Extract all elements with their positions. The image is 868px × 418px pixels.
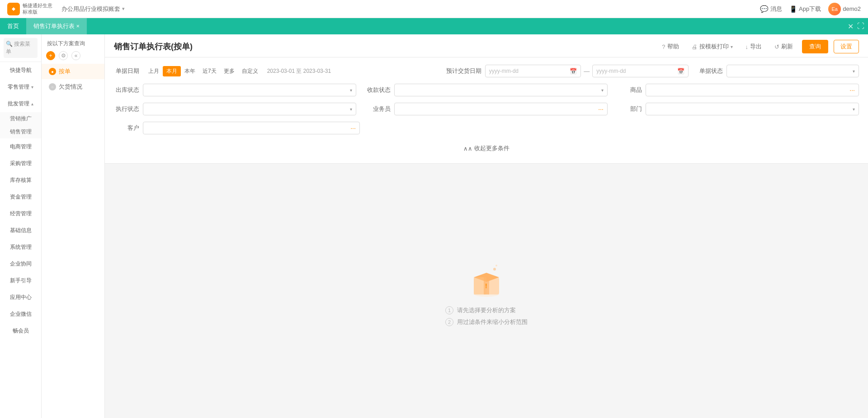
- message-label: 消息: [770, 5, 782, 13]
- user-menu-button[interactable]: Ea demo2: [828, 3, 861, 15]
- salesperson-select[interactable]: ···: [394, 103, 608, 115]
- sidebar-item-caigou[interactable]: 采购管理: [0, 155, 41, 172]
- product-label: 商品: [617, 86, 642, 94]
- sidebar: 🔍 搜索菜单 快捷导航 零售管理 ▾ 批发管理 ▴ 营销推广 销售管理 电商管理…: [0, 34, 42, 418]
- calendar-end-icon[interactable]: 📅: [677, 68, 684, 75]
- sidebar-item-kucun[interactable]: 库存核算: [0, 172, 41, 189]
- help-icon: ?: [662, 43, 665, 50]
- sidebar-item-xinshou[interactable]: 新手引导: [0, 272, 41, 289]
- date-range-text: 2023-03-01 至 2023-03-31: [267, 67, 331, 75]
- expected-date-start[interactable]: yyyy-mm-dd 📅: [485, 65, 581, 77]
- dept-select[interactable]: ▾: [646, 103, 859, 115]
- date-btn-7days[interactable]: 近7天: [199, 66, 220, 76]
- date-btn-benyue[interactable]: 本月: [163, 66, 181, 76]
- breadcrumb-arrow-icon: ▾: [122, 6, 125, 12]
- date-btn-shangyu[interactable]: 上月: [145, 66, 163, 76]
- exec-select[interactable]: ▾: [143, 103, 356, 115]
- filter-field-customer: 客户 ···: [114, 122, 360, 134]
- empty-illustration: !: [464, 256, 509, 301]
- sidebar-item-jingying[interactable]: 经营管理: [0, 205, 41, 222]
- tab-expand-icon[interactable]: ⛶: [857, 22, 864, 30]
- sidebar-subitem-xiaoshou[interactable]: 销售管理: [0, 125, 41, 138]
- settings-button[interactable]: 设置: [834, 40, 859, 53]
- filter-field-product: 商品 ···: [617, 84, 859, 96]
- filter-field-status: 单据状态: [698, 65, 859, 77]
- sidebar-item-pifa[interactable]: 批发管理 ▴: [0, 95, 41, 112]
- expected-date-end[interactable]: yyyy-mm-dd 📅: [592, 65, 689, 77]
- app-download-button[interactable]: 📱 App下载: [789, 5, 821, 13]
- tab-home[interactable]: 首页: [0, 18, 26, 34]
- left-panel-title: 按以下方案查询: [47, 40, 85, 48]
- sidebar-item-qiyeweixin[interactable]: 企业微信: [0, 306, 41, 323]
- product-ellipsis-icon[interactable]: ···: [849, 86, 855, 94]
- search-menu-button[interactable]: 🔍 搜索菜单: [4, 38, 38, 58]
- settings-icon: ⚙: [61, 52, 66, 59]
- svg-text:!: !: [485, 282, 487, 290]
- add-scheme-button[interactable]: +: [46, 51, 55, 60]
- scheme-inactive-icon: ○: [49, 83, 56, 90]
- filter-field-exec: 执行状态 ▾: [114, 103, 356, 115]
- right-content: 销售订单执行表(按单) ? 帮助 🖨 按模板打印 ▾ ↓: [105, 34, 868, 418]
- scheme-item-qianhuo[interactable]: ○ 欠货情况: [42, 79, 104, 95]
- sidebar-item-lingshou[interactable]: 零售管理 ▾: [0, 79, 41, 95]
- svg-point-6: [493, 268, 496, 271]
- collapse-filter-button[interactable]: ∧∧ 收起更多条件: [114, 141, 859, 156]
- tab-sales-order[interactable]: 销售订单执行表 ×: [26, 18, 87, 34]
- date-btn-custom[interactable]: 自定义: [238, 66, 262, 76]
- scheme-andan-label: 按单: [59, 67, 71, 76]
- sidebar-item-kuaijie[interactable]: 快捷导航: [0, 62, 41, 79]
- customer-ellipsis-icon[interactable]: ···: [350, 124, 356, 132]
- calendar-start-icon[interactable]: 📅: [570, 68, 577, 75]
- expected-date-label: 预计交货日期: [446, 67, 481, 75]
- query-button[interactable]: 查询: [802, 40, 828, 53]
- message-icon: 💬: [760, 5, 769, 13]
- hint-num-1: 1: [445, 306, 453, 314]
- scheme-item-andan[interactable]: ● 按单: [42, 64, 104, 79]
- hint-text-2: 用过滤条件来缩小分析范围: [457, 318, 528, 326]
- hint-num-2: 2: [445, 318, 453, 326]
- filter-row-4: 客户 ···: [114, 122, 859, 134]
- tab-close-all-icon[interactable]: ✕: [848, 22, 854, 31]
- status-select[interactable]: [726, 65, 859, 77]
- date-quick-btns: 上月 本月 本年 近7天 更多 自定义: [145, 66, 262, 76]
- delivery-chevron-icon: ▾: [350, 88, 352, 93]
- delivery-label: 出库状态: [114, 86, 139, 94]
- logo-area: 畅捷通好生意 标准版: [7, 3, 52, 15]
- print-button[interactable]: 🖨 按模板打印 ▾: [688, 41, 736, 52]
- sidebar-item-changhui[interactable]: 畅会员: [0, 323, 41, 339]
- salesperson-ellipsis-icon[interactable]: ···: [598, 105, 604, 113]
- dept-label: 部门: [617, 105, 642, 113]
- sidebar-item-dianshang[interactable]: 电商管理: [0, 138, 41, 155]
- data-area: ! 1 请先选择要分析的方案 2 用过滤条件来缩小分析范围: [105, 164, 868, 418]
- breadcrumb-text: 办公用品行业模拟账套: [61, 5, 120, 13]
- sidebar-item-qiye[interactable]: 企业协同: [0, 256, 41, 272]
- message-button[interactable]: 💬 消息: [760, 5, 782, 13]
- empty-hint-1: 1 请先选择要分析的方案: [445, 306, 528, 314]
- page-title: 销售订单执行表(按单): [114, 41, 193, 52]
- date-btn-more[interactable]: 更多: [220, 66, 238, 76]
- expected-date-range: yyyy-mm-dd 📅 — yyyy-mm-dd 📅: [485, 65, 689, 77]
- help-label: 帮助: [667, 43, 679, 51]
- payment-select[interactable]: ▾: [394, 84, 608, 96]
- filter-row-1: 单据日期 上月 本月 本年 近7天 更多 自定义 2023-03-01 至 20…: [114, 65, 859, 77]
- sidebar-subitem-yingxiao[interactable]: 营销推广: [0, 112, 41, 125]
- export-button[interactable]: ↓ 导出: [742, 41, 766, 52]
- product-select[interactable]: ···: [646, 84, 859, 96]
- app-logo-icon: [7, 3, 20, 15]
- help-button[interactable]: ? 帮助: [658, 41, 682, 52]
- scheme-active-icon: ●: [49, 68, 56, 75]
- scheme-qianhuo-label: 欠货情况: [59, 83, 82, 91]
- delivery-select[interactable]: ▾: [143, 84, 356, 96]
- settings-scheme-button[interactable]: ⚙: [59, 51, 68, 60]
- sidebar-item-yingyong[interactable]: 应用中心: [0, 289, 41, 306]
- breadcrumb[interactable]: 办公用品行业模拟账套 ▾: [61, 5, 125, 13]
- customer-select[interactable]: ···: [143, 122, 360, 134]
- sidebar-item-zijin[interactable]: 资金管理: [0, 189, 41, 205]
- top-header: 畅捷通好生意 标准版 办公用品行业模拟账套 ▾ 💬 消息 📱 App下载 Ea …: [0, 0, 868, 18]
- sidebar-item-xitong[interactable]: 系统管理: [0, 239, 41, 256]
- sidebar-item-jichu[interactable]: 基础信息: [0, 222, 41, 239]
- refresh-button[interactable]: ↺ 刷新: [771, 41, 797, 52]
- date-btn-bennian[interactable]: 本年: [181, 66, 199, 76]
- payment-chevron-icon: ▾: [601, 88, 604, 93]
- collapse-panel-button[interactable]: «: [71, 51, 80, 60]
